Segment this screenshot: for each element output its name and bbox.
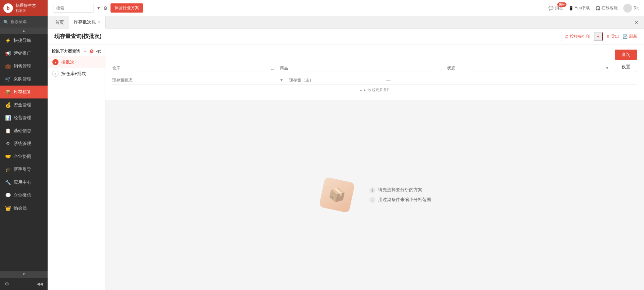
tip-item-2: 2 用过滤条件来缩小分析范围 <box>369 197 431 203</box>
empty-content: 📦 1 请先选择要分析的方案 2 用过滤条件来缩小分析范围 <box>318 176 431 214</box>
inventory-qty-min[interactable] <box>316 78 384 83</box>
sidebar-item-label: 基础信息 <box>14 128 31 134</box>
print-btn[interactable]: 🖨 按模板打印 <box>561 32 594 41</box>
filter-warehouse: 仓库 ... <box>112 64 274 72</box>
sales-icon: 💼 <box>5 64 11 69</box>
topbar-dropdown-icon[interactable]: ▼ <box>97 6 101 11</box>
filter-status: 状态 ▼ <box>447 64 609 72</box>
sidebar-item-system[interactable]: ⚙ 系统管理 <box>0 137 48 150</box>
sidebar-item-label: 销售管理 <box>14 63 31 69</box>
sidebar-item-label: 新手引导 <box>14 166 31 173</box>
sidebar-item-label: 系统管理 <box>14 141 31 147</box>
collapse-panel-icon[interactable]: ≪ <box>96 49 101 54</box>
sidebar-item-wechat[interactable]: 💬 企业微信 <box>0 189 48 202</box>
sidebar-item-management[interactable]: 📊 经营管理 <box>0 111 48 124</box>
warehouse-label: 仓库 <box>112 65 133 71</box>
online-service-btn[interactable]: 🎧 在线客服 <box>595 5 618 11</box>
sidebar-item-label: 采购管理 <box>14 76 31 82</box>
empty-state: 📦 1 请先选择要分析的方案 2 用过滤条件来缩小分析范围 <box>105 100 644 290</box>
warehouse-more-icon[interactable]: ... <box>271 66 274 71</box>
inventory-status-label: 现存量状态 <box>112 77 133 83</box>
refresh-label: 刷新 <box>629 34 637 39</box>
plan-item-batch[interactable]: ● 按批次 <box>48 56 105 68</box>
collapse-filter-btn[interactable]: ▲▲ 收起更多条件 <box>112 84 637 95</box>
settings-plan-icon[interactable]: ⚙ <box>89 49 94 54</box>
filter-actions: 查询 设置 <box>615 50 637 72</box>
product-more-icon[interactable]: ... <box>438 66 442 71</box>
refresh-icon: 🔄 <box>623 34 628 39</box>
topbar: ▼ ⚙ 体验行业方案 💬 消息 99+ 📱 App下载 🎧 在线客服 Rit <box>48 0 644 16</box>
sidebar-item-collab[interactable]: 🤝 企业协同 <box>0 150 48 163</box>
message-icon: 💬 <box>548 6 554 11</box>
filter-settings-btn[interactable]: 设置 <box>615 62 637 72</box>
app-download-btn[interactable]: 📱 App下载 <box>569 5 590 11</box>
sidebar-item-member[interactable]: 👑 畅会员 <box>0 202 48 215</box>
member-icon: 👑 <box>5 205 11 211</box>
app-version: 标准版 <box>16 8 36 13</box>
query-btn[interactable]: 查询 <box>615 50 637 60</box>
tab-close-icon[interactable]: ✕ <box>98 20 101 24</box>
print-dropdown-btn[interactable]: ▼ <box>594 33 603 40</box>
apps-icon: 🔧 <box>5 180 11 185</box>
sidebar-item-inventory[interactable]: 📦 库存核算 <box>0 86 48 98</box>
chevron-up-icon: ▲▲ <box>359 88 367 92</box>
add-plan-icon[interactable]: ＋ <box>83 48 87 54</box>
experience-btn[interactable]: 体验行业方案 <box>111 3 143 13</box>
plan-label-warehouse-batch: 按仓库+批次 <box>61 71 86 77</box>
user-avatar-area[interactable]: Rit <box>623 4 639 13</box>
tab-home[interactable]: 首页 <box>50 16 69 29</box>
tab-inventory-batch-label: 库存批次账 <box>74 19 96 25</box>
phone-icon: 📱 <box>569 6 574 11</box>
tip-num-2: 2 <box>369 197 375 203</box>
sidebar-item-label: 快捷导航 <box>14 37 31 43</box>
messages-btn[interactable]: 💬 消息 99+ <box>548 5 563 11</box>
print-icon: 🖨 <box>564 34 569 39</box>
topbar-search-input[interactable] <box>53 4 94 13</box>
sidebar-item-label: 企业协同 <box>14 153 31 160</box>
page-actions: 🖨 按模板打印 ▼ ⬆ 导出 🔄 刷新 <box>561 32 637 41</box>
sidebar-item-label: 应用中心 <box>14 179 31 185</box>
sidebar-item-finance[interactable]: 💰 资金管理 <box>0 98 48 111</box>
refresh-btn[interactable]: 🔄 刷新 <box>623 34 637 39</box>
status-select[interactable]: ▼ <box>470 64 609 72</box>
wechat-icon: 💬 <box>5 193 11 198</box>
avatar <box>623 4 632 13</box>
tabs-close-all-btn[interactable]: ✕ <box>632 20 641 25</box>
tab-inventory-batch[interactable]: 库存批次账 ✕ <box>69 16 106 29</box>
username: Rit <box>633 6 639 11</box>
left-panel-actions: ＋ ⚙ ≪ <box>83 48 101 54</box>
plan-icon-batch: ● <box>52 59 58 65</box>
collapse-sidebar-btn[interactable]: ◀◀ <box>37 282 43 286</box>
sidebar-item-basics[interactable]: 📋 基础信息 <box>0 124 48 137</box>
inventory-status-select[interactable]: ▼ <box>135 76 284 84</box>
sidebar-item-quick-nav[interactable]: ⚡ 快捷导航 <box>0 34 48 47</box>
warehouse-input[interactable] <box>135 64 267 72</box>
guide-icon: 🎓 <box>5 167 11 172</box>
filter-product: 商品 ... <box>280 64 442 72</box>
sidebar-item-apps[interactable]: 🔧 应用中心 <box>0 176 48 189</box>
sidebar-nav: ⚡ 快捷导航 📢 营销推广 💼 销售管理 🛒 采购管理 📦 库存核算 💰 资金管… <box>0 34 48 271</box>
finance-icon: 💰 <box>5 102 11 108</box>
topbar-gear-icon[interactable]: ⚙ <box>103 5 108 11</box>
sidebar-header: b 畅通好生意 标准版 <box>0 0 48 16</box>
headset-icon: 🎧 <box>595 6 600 11</box>
sidebar-scroll-up[interactable]: ▲ <box>0 28 48 34</box>
sidebar-item-sales[interactable]: 💼 销售管理 <box>0 60 48 73</box>
export-icon: ⬆ <box>606 34 610 39</box>
sidebar-search[interactable]: 🔍 搜索菜单 <box>0 16 48 28</box>
plan-item-warehouse-batch[interactable]: ○ 按仓库+批次 <box>48 68 105 79</box>
tip-text-2: 用过滤条件来缩小分析范围 <box>378 197 431 203</box>
management-icon: 📊 <box>5 115 11 121</box>
app-name: 畅通好生意 <box>16 3 36 8</box>
inventory-qty-max[interactable] <box>393 78 461 83</box>
sidebar-item-guide[interactable]: 🎓 新手引导 <box>0 163 48 176</box>
sidebar-item-label: 资金管理 <box>14 102 31 108</box>
inventory-qty-range: — <box>316 76 460 84</box>
sidebar-scroll-down[interactable]: ▼ <box>0 271 48 277</box>
settings-icon[interactable]: ⚙ <box>5 281 9 287</box>
sidebar-item-marketing[interactable]: 📢 营销推广 <box>0 47 48 60</box>
product-input[interactable] <box>303 64 435 72</box>
purchase-icon: 🛒 <box>5 76 11 82</box>
export-btn[interactable]: ⬆ 导出 <box>606 34 619 39</box>
sidebar-item-purchase[interactable]: 🛒 采购管理 <box>0 73 48 86</box>
